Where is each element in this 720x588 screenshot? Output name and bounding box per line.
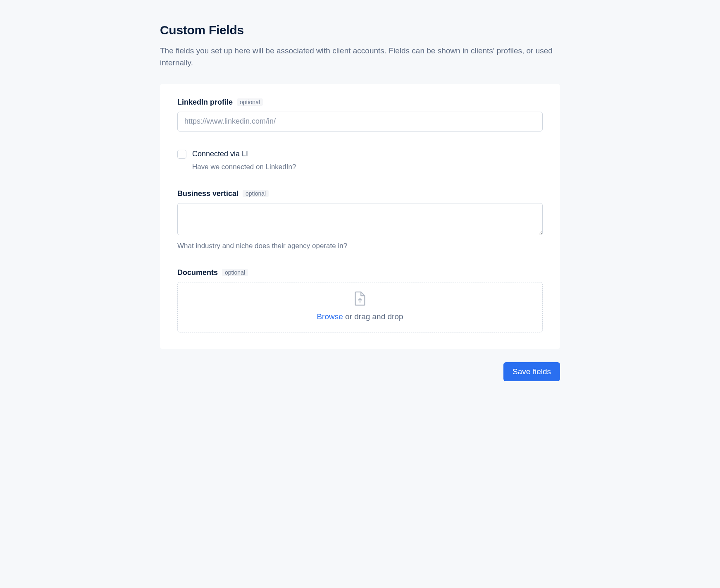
- page-description: The fields you set up here will be assoc…: [160, 45, 560, 69]
- linkedin-profile-group: LinkedIn profile optional: [177, 98, 543, 131]
- documents-uploader[interactable]: Browse or drag and drop: [177, 282, 543, 332]
- browse-link[interactable]: Browse: [317, 312, 343, 321]
- save-fields-button[interactable]: Save fields: [503, 362, 560, 381]
- linkedin-profile-label: LinkedIn profile: [177, 98, 233, 107]
- documents-label: Documents: [177, 268, 218, 277]
- business-vertical-textarea[interactable]: [177, 203, 543, 235]
- drag-drop-text: or drag and drop: [343, 312, 403, 321]
- connected-via-li-label: Connected via LI: [192, 150, 248, 158]
- page-title: Custom Fields: [160, 23, 560, 37]
- uploader-text: Browse or drag and drop: [317, 312, 403, 321]
- documents-group: Documents optional Browse or drag and dr…: [177, 268, 543, 332]
- file-upload-icon: [354, 292, 366, 306]
- business-vertical-group: Business vertical optional What industry…: [177, 189, 543, 250]
- optional-badge: optional: [243, 190, 269, 197]
- connected-via-li-checkbox[interactable]: [177, 150, 186, 159]
- optional-badge: optional: [237, 98, 263, 106]
- connected-via-li-helper: Have we connected on LinkedIn?: [192, 163, 543, 171]
- custom-fields-card: LinkedIn profile optional Connected via …: [160, 84, 560, 349]
- optional-badge: optional: [222, 269, 248, 276]
- connected-via-li-group: Connected via LI Have we connected on Li…: [177, 150, 543, 171]
- business-vertical-label: Business vertical: [177, 189, 238, 198]
- business-vertical-helper: What industry and niche does their agenc…: [177, 242, 543, 250]
- linkedin-profile-input[interactable]: [177, 112, 543, 131]
